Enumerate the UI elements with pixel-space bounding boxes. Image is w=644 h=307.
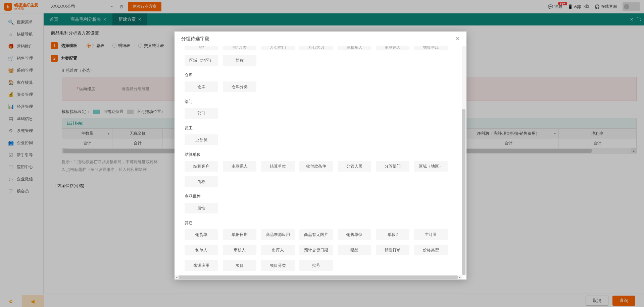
vscroll-thumb[interactable] bbox=[462, 109, 465, 275]
field-chip[interactable]: 来源应用 bbox=[185, 260, 218, 271]
field-chip[interactable]: 主联系人 bbox=[338, 46, 371, 50]
field-chip[interactable]: 审核人 bbox=[223, 245, 256, 255]
scroll-left-icon[interactable]: ◂ bbox=[175, 275, 179, 280]
field-chip-salesperson[interactable]: 业务员 bbox=[185, 134, 218, 145]
field-chip[interactable]: 出库人 bbox=[261, 245, 295, 255]
field-chip[interactable]: 主联系人 bbox=[223, 161, 256, 172]
field-chip[interactable]: 单据日期 bbox=[223, 229, 256, 240]
modal-hscroll[interactable]: ◂ ▸ bbox=[175, 275, 462, 280]
field-chip[interactable]: 商品有无图片 bbox=[299, 229, 333, 240]
field-chip[interactable]: 收付款条件 bbox=[299, 161, 333, 172]
field-chip[interactable]: 省/ bbox=[185, 46, 218, 50]
field-chip-warehouse-cat[interactable]: 仓库分类 bbox=[223, 81, 256, 92]
field-chip[interactable]: 销货单 bbox=[185, 229, 218, 240]
field-chip[interactable]: 地址半压 bbox=[414, 46, 448, 50]
field-chip[interactable]: 分管人员 bbox=[338, 161, 371, 172]
group-product-attr: 商品属性 bbox=[185, 194, 460, 199]
field-chip[interactable]: 项目分类 bbox=[261, 260, 295, 271]
field-chip-shortname[interactable]: 简称 bbox=[223, 55, 256, 66]
field-chip[interactable]: 销售订单 bbox=[376, 245, 409, 255]
field-chip[interactable]: 预计交货日期 bbox=[299, 245, 333, 255]
group-warehouse: 仓库 bbox=[185, 72, 460, 78]
modal-title: 分组待选字段 bbox=[181, 36, 209, 42]
field-chip[interactable]: 单位2 bbox=[376, 229, 409, 240]
field-chip[interactable]: 制单人 bbox=[185, 245, 218, 255]
field-chip[interactable]: 主计量 bbox=[414, 229, 448, 240]
hscroll-thumb[interactable] bbox=[179, 275, 458, 279]
field-chip[interactable]: 批号 bbox=[299, 260, 333, 271]
field-chip[interactable]: 结算单位 bbox=[261, 161, 295, 172]
group-department: 部门 bbox=[185, 99, 460, 105]
group-settlement: 结算单位 bbox=[185, 152, 460, 158]
scroll-right-icon[interactable]: ▸ bbox=[458, 275, 462, 280]
field-chip-department[interactable]: 部门 bbox=[185, 108, 218, 119]
field-chip[interactable]: 结算客户 bbox=[185, 161, 218, 172]
field-chip-region[interactable]: 区域（地区） bbox=[185, 55, 218, 66]
field-chip[interactable]: 区域（地区） bbox=[414, 161, 448, 172]
field-chip[interactable]: 分管部门 bbox=[376, 161, 409, 172]
group-fields-modal: 分组待选字段 ✕ 省/ 省/ 万类 万石时门 万石大贝 主联系人 主联系人 地址… bbox=[175, 32, 466, 280]
group-other: 其它 bbox=[185, 220, 460, 226]
field-chip[interactable]: 赠品 bbox=[338, 245, 371, 255]
field-chip[interactable]: 万石时门 bbox=[261, 46, 295, 50]
modal-vscroll[interactable] bbox=[462, 46, 466, 275]
field-chip[interactable]: 价格类型 bbox=[414, 245, 448, 255]
field-chip[interactable]: 商品来源应用 bbox=[261, 229, 295, 240]
field-chip[interactable]: 主联系人 bbox=[376, 46, 409, 50]
field-chip[interactable]: 万石大贝 bbox=[299, 46, 333, 50]
field-chip-warehouse[interactable]: 仓库 bbox=[185, 81, 218, 92]
field-chip-attribute[interactable]: 属性 bbox=[185, 203, 218, 213]
field-chip[interactable]: 省/ 万类 bbox=[223, 46, 256, 50]
group-employee: 员工 bbox=[185, 125, 460, 131]
field-chip[interactable]: 销售单位 bbox=[338, 229, 371, 240]
field-chip-shortname[interactable]: 简称 bbox=[185, 176, 218, 187]
field-chip[interactable]: 项目 bbox=[223, 260, 256, 271]
close-icon[interactable]: ✕ bbox=[455, 36, 460, 42]
